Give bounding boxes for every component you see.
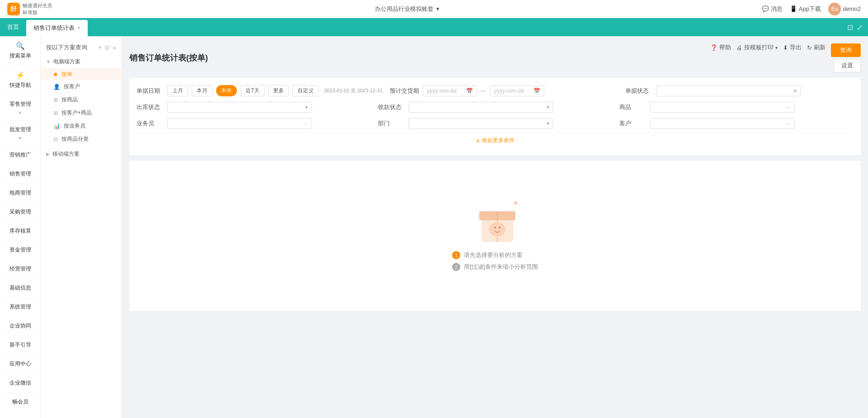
sidebar-item-inventory[interactable]: 库存核算 — [0, 222, 40, 241]
department-label: 部门 — [378, 119, 405, 128]
help-icon: ❓ — [710, 44, 717, 51]
scheme-item-by-goods[interactable]: ⊞ 按商品 — [41, 93, 122, 106]
collapse-panel-btn[interactable]: « — [113, 44, 116, 51]
sidebar-item-sales[interactable]: 销售管理 — [0, 165, 40, 184]
export-btn[interactable]: ⬇ 导出 — [783, 43, 802, 52]
sidebar-item-quick-nav[interactable]: ⚡ 快捷导航 — [0, 66, 40, 95]
top-bar-left: 好 畅捷通好生意 标准版 — [7, 2, 52, 15]
bill-status-filter-item: 单据状态 ▾ — [625, 86, 854, 96]
sidebar-item-basic-info[interactable]: 基础信息 — [0, 279, 40, 298]
sidebar-item-ecom[interactable]: 电商管理 — [0, 184, 40, 203]
scheme-section-pc-header[interactable]: ▼ 电脑端方案 — [41, 55, 122, 68]
edit-scheme-btn[interactable]: ⊙ — [104, 44, 110, 51]
collapse-bar[interactable]: ∧ 收起更多条件 — [137, 133, 854, 148]
user-menu-btn[interactable]: Ea demo2 — [828, 3, 861, 15]
current-year-btn[interactable]: 本年 — [216, 85, 237, 96]
delivery-date-start-input[interactable]: yyyy-mm-dd 📅 — [423, 86, 477, 96]
cust-goods-icon: ⊞ — [53, 110, 58, 116]
scheme-item-by-salesperson[interactable]: 📊 按业务员 — [41, 119, 122, 133]
goods-dots-icon[interactable]: ··· — [786, 104, 791, 110]
print-btn[interactable]: 🖨 按模板打印 ▾ — [736, 43, 778, 52]
sidebar-item-sys[interactable]: 系统管理 — [0, 298, 40, 317]
page-title: 销售订单统计表(按单) — [129, 52, 208, 63]
category-icon: ⊟ — [53, 136, 58, 142]
custom-date-btn[interactable]: 自定义 — [292, 85, 319, 96]
calendar-icon: 📅 — [466, 88, 473, 94]
scheme-section-mobile-header[interactable]: ▶ 移动端方案 — [41, 147, 122, 161]
delivery-status-select[interactable]: ▾ — [167, 102, 312, 113]
payment-status-select[interactable]: ▾ — [409, 102, 553, 113]
department-select[interactable]: ▾ — [409, 118, 553, 129]
sidebar-item-enterprise-collab[interactable]: 企业协同 — [0, 317, 40, 336]
print-icon: 🖨 — [736, 44, 742, 51]
left-panel: 按以下方案查询 + ⊙ « ▼ 电脑端方案 ● 按单 👤 按客户 ⊞ — [41, 36, 122, 418]
customer-filter-item: 客户 ··· — [619, 118, 854, 129]
delivery-date-filter-item: 预计交货期 yyyy-mm-dd 📅 — yyyy-mm-dd 📅 — [390, 86, 618, 96]
svg-text:✦: ✦ — [512, 199, 519, 208]
sidebar: 🔍 搜索菜单 ⚡ 快捷导航 零售管理 ▲ 批发管理 ▲ 营销推广 销售管理 电商… — [0, 36, 41, 418]
add-scheme-btn[interactable]: + — [98, 44, 102, 51]
salesperson-select[interactable]: ··· — [167, 118, 312, 129]
payment-select-arrow-icon: ▾ — [547, 104, 549, 110]
section-title: 电脑端方案 — [53, 58, 80, 66]
refresh-btn[interactable]: ↻ 刷新 — [807, 43, 826, 52]
delivery-status-label: 出库状态 — [137, 103, 164, 111]
sidebar-item-new-guide[interactable]: 新手引导 — [0, 336, 40, 355]
empty-hint-1: 1 请先选择要分析的方案 — [452, 251, 538, 259]
panel-header-icons: + ⊙ « — [98, 44, 116, 51]
empty-hint-2: 2 用[过滤]条件来缩小分析范围 — [452, 263, 538, 271]
salesperson-dots-icon[interactable]: ··· — [303, 120, 308, 127]
scheme-item-by-cust-goods[interactable]: ⊞ 按客户+商品 — [41, 106, 122, 119]
more-date-btn[interactable]: 更多 — [268, 85, 289, 96]
active-dot-icon: ● — [53, 70, 58, 78]
sidebar-item-operations[interactable]: 经营管理 — [0, 260, 40, 279]
tab-sales-order-stats[interactable]: 销售订单统计表 × — [26, 20, 88, 36]
window-minimize-icon[interactable]: ⊡ — [847, 23, 853, 32]
window-maximize-icon[interactable]: ⤢ — [857, 23, 863, 32]
refresh-icon: ↻ — [807, 44, 812, 51]
sidebar-item-app-center[interactable]: 应用中心 — [0, 355, 40, 374]
date-label: 单据日期 — [137, 87, 164, 95]
section-arrow-collapsed-icon: ▶ — [46, 152, 50, 157]
sidebar-item-mkt-promo[interactable]: 营销推广 — [0, 146, 40, 165]
app-download-btn[interactable]: 📱 App下载 — [790, 5, 821, 13]
tab-close-icon[interactable]: × — [77, 25, 80, 31]
svg-point-6 — [499, 227, 500, 228]
tab-home[interactable]: 首页 — [0, 18, 26, 36]
sidebar-item-enterprise-wechat[interactable]: 企业微信 — [0, 374, 40, 393]
sidebar-item-member[interactable]: 畅会员 — [0, 393, 40, 412]
sidebar-item-search-menu[interactable]: 🔍 搜索菜单 — [0, 36, 40, 66]
sidebar-item-purchase[interactable]: 采购管理 — [0, 203, 40, 222]
customer-dots-icon[interactable]: ··· — [786, 120, 791, 127]
tab-bar-actions: ⊡ ⤢ — [847, 23, 868, 32]
scheme-item-by-goods-cat[interactable]: ⊟ 按商品分类 — [41, 133, 122, 146]
delivery-date-label: 预计交货期 — [390, 87, 419, 95]
query-button[interactable]: 查询 — [831, 43, 861, 57]
current-month-btn[interactable]: 本月 — [192, 85, 212, 96]
sidebar-item-retail[interactable]: 零售管理 ▲ — [0, 95, 40, 120]
top-bar-right: 💬 消息 📱 App下载 Ea demo2 — [762, 3, 861, 15]
logo-text: 畅捷通好生意 标准版 — [23, 2, 52, 15]
help-btn[interactable]: ❓ 帮助 — [710, 43, 731, 52]
customer-select[interactable]: ··· — [650, 118, 795, 129]
calendar2-icon: 📅 — [533, 88, 540, 94]
filter-row-3: 业务员 ··· 部门 ▾ 客户 — [137, 118, 854, 129]
settings-button[interactable]: 设置 — [834, 59, 861, 72]
prev-month-btn[interactable]: 上月 — [167, 85, 188, 96]
empty-state: ✦ 1 请先选择要分析的方案 2 用[过滤]条件来缩小分析范围 — [129, 161, 861, 311]
sidebar-item-wholesale[interactable]: 批发管理 ▲ — [0, 120, 40, 146]
bill-status-select[interactable]: ▾ — [656, 86, 801, 96]
search-icon: 🔍 — [16, 42, 25, 50]
delivery-date-end-input[interactable]: yyyy-mm-dd 📅 — [490, 86, 544, 96]
salesperson-label: 业务员 — [137, 119, 164, 128]
last7days-btn[interactable]: 近7天 — [241, 85, 264, 96]
goods-label: 商品 — [619, 103, 646, 111]
chevron-icon: ▲ — [18, 110, 22, 114]
sidebar-item-capital[interactable]: 资金管理 — [0, 241, 40, 260]
department-filter-item: 部门 ▾ — [378, 118, 612, 129]
workspace-selector[interactable]: 办公用品行业模拟账套 ▾ — [375, 5, 439, 13]
message-btn[interactable]: 💬 消息 — [762, 5, 783, 13]
goods-select[interactable]: ··· — [650, 102, 795, 113]
scheme-item-by-order[interactable]: ● 按单 — [41, 68, 122, 80]
scheme-item-by-customer[interactable]: 👤 按客户 — [41, 80, 122, 93]
